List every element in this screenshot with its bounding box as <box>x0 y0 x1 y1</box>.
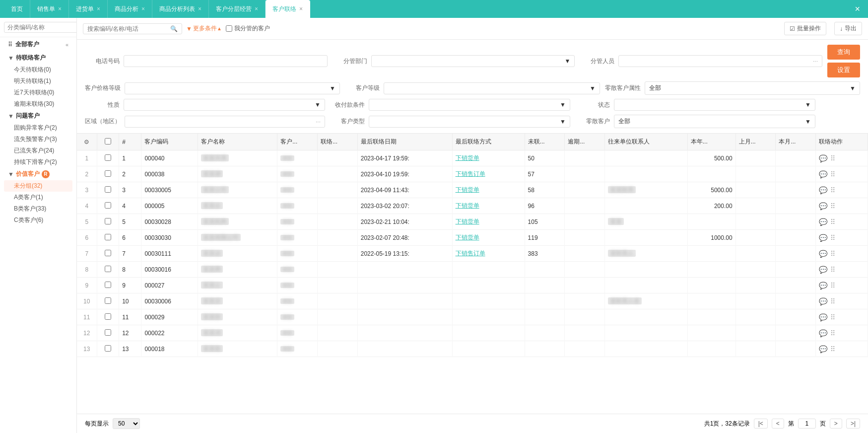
more-icon[interactable]: ⠿ <box>830 234 835 242</box>
tab-customer-contact[interactable]: 客户联络 × <box>266 0 310 18</box>
more-icon[interactable]: ⠿ <box>830 250 835 258</box>
retail-customer-select[interactable]: 全部 ▼ <box>614 115 815 128</box>
more-icon[interactable]: ⠿ <box>830 154 835 162</box>
row-overdue <box>565 293 605 309</box>
tab-purchase[interactable]: 进货单 × <box>69 0 108 18</box>
customer-type-select[interactable]: ▼ <box>369 116 570 128</box>
last-page-button[interactable]: >| <box>846 419 860 429</box>
chat-icon[interactable]: 💬 <box>819 170 827 178</box>
sidebar-all-customers[interactable]: ⠿ 全部客户 « <box>4 37 72 52</box>
retail-attr-select[interactable]: 全部 ▼ <box>645 81 860 95</box>
row-contact <box>318 341 358 357</box>
more-icon[interactable]: ⠿ <box>830 282 835 289</box>
tab-product-analysis[interactable]: 商品分析 × <box>108 0 152 18</box>
customer-level-select[interactable]: ▼ <box>384 82 600 94</box>
dept-select[interactable]: ▼ <box>371 55 575 67</box>
manager-select[interactable]: ··· <box>618 55 822 67</box>
sidebar-collapse-icon[interactable]: « <box>66 42 68 48</box>
payment-select[interactable]: ▼ <box>369 99 570 111</box>
chat-icon[interactable]: 💬 <box>819 282 827 289</box>
more-icon[interactable]: ⠿ <box>830 186 835 194</box>
sidebar-group-value-customer[interactable]: ▼ 价值客户 R <box>4 168 72 180</box>
export-button[interactable]: ↓ 导出 <box>834 22 862 35</box>
tab-home[interactable]: 首页 <box>4 0 30 18</box>
sidebar-item-churn-risk[interactable]: 流失预警客户(3) <box>4 134 72 145</box>
more-icon[interactable]: ⠿ <box>830 329 835 337</box>
row-last-month <box>735 293 776 309</box>
tab-customer-segment[interactable]: 客户分层经营 × <box>209 0 266 18</box>
row-partner <box>605 309 688 325</box>
sidebar-problem-label: 问题客户 <box>16 112 40 120</box>
more-icon[interactable]: ⠿ <box>830 313 835 321</box>
chat-icon[interactable]: 💬 <box>819 329 827 337</box>
page-suffix-label: 页 <box>820 420 826 428</box>
phone-input[interactable] <box>124 55 328 67</box>
prev-page-button[interactable]: < <box>772 419 784 429</box>
query-button[interactable]: 查询 <box>827 45 860 60</box>
price-level-select[interactable]: ▼ <box>125 82 340 94</box>
per-page-select[interactable]: 50 20 100 <box>113 418 140 429</box>
col-last-month: 上月... <box>735 134 776 150</box>
more-icon[interactable]: ⠿ <box>830 170 835 178</box>
chat-icon[interactable]: 💬 <box>819 234 827 242</box>
row-partner <box>605 262 688 278</box>
row-last-date <box>357 293 452 309</box>
chat-icon[interactable]: 💬 <box>819 250 827 258</box>
more-icon[interactable]: ⠿ <box>830 345 835 353</box>
gender-select[interactable]: ▼ <box>124 99 325 111</box>
sidebar-item-overdue[interactable]: 逾期未联络(30) <box>4 98 72 110</box>
sidebar-item-persistent-low[interactable]: 持续下滑客户(2) <box>4 156 72 168</box>
tab-sales-close[interactable]: × <box>58 5 62 12</box>
filter-search-input[interactable] <box>87 25 170 32</box>
select-all-checkbox[interactable] <box>105 138 111 144</box>
sidebar-group-pending-contact[interactable]: ▼ 待联络客户 <box>4 52 72 64</box>
tab-product-analysis-list[interactable]: 商品分析列表 × <box>152 0 209 18</box>
more-icon[interactable]: ⠿ <box>830 202 835 210</box>
my-customers-checkbox[interactable] <box>226 25 232 32</box>
next-page-button[interactable]: > <box>830 419 842 429</box>
sidebar-group-problem-customers[interactable]: ▼ 问题客户 <box>4 110 72 122</box>
sidebar-item-ungrouped[interactable]: 未分组(32) <box>4 180 72 192</box>
sidebar-item-abnormal[interactable]: 固购异常客户(2) <box>4 122 72 134</box>
sidebar-item-a-customers[interactable]: A类客户(1) <box>4 192 72 203</box>
chat-icon[interactable]: 💬 <box>819 186 827 194</box>
status-select[interactable]: ▼ <box>614 99 815 111</box>
chat-icon[interactable]: 💬 <box>819 266 827 274</box>
chat-icon[interactable]: 💬 <box>819 345 827 353</box>
row-last-month <box>735 262 776 278</box>
sidebar-item-today[interactable]: 今天待联络(0) <box>4 64 72 75</box>
tab-customer-segment-close[interactable]: × <box>255 5 258 12</box>
sidebar-search-input[interactable] <box>4 22 77 33</box>
more-icon[interactable]: ⠿ <box>830 266 835 274</box>
tab-sales[interactable]: 销售单 × <box>30 0 69 18</box>
chat-icon[interactable]: 💬 <box>819 313 827 321</box>
chat-icon[interactable]: 💬 <box>819 218 827 226</box>
row-index: 8 <box>119 262 141 278</box>
more-icon[interactable]: ⠿ <box>830 297 835 305</box>
batch-operations-button[interactable]: ☑ 批量操作 <box>784 22 826 35</box>
sidebar-item-week[interactable]: 近7天待联络(0) <box>4 87 72 98</box>
sidebar-item-c-customers[interactable]: C类客户(6) <box>4 215 72 226</box>
chat-icon[interactable]: 💬 <box>819 297 827 305</box>
area-select[interactable]: ··· <box>125 116 325 128</box>
chat-icon[interactable]: 💬 <box>819 154 827 162</box>
tab-close-all-button[interactable]: × <box>851 4 864 14</box>
tab-product-analysis-list-close[interactable]: × <box>198 5 201 12</box>
sidebar-item-lost[interactable]: 已流失客户(24) <box>4 145 72 156</box>
row-partner <box>605 325 688 341</box>
tab-product-analysis-close[interactable]: × <box>141 5 145 12</box>
search-icon[interactable]: 🔍 <box>170 25 178 32</box>
row-actions: 💬 ⠿ <box>816 262 868 278</box>
tab-customer-contact-close[interactable]: × <box>299 5 303 12</box>
filter-more-conditions[interactable]: ▼ 更多条件 ▲ <box>186 24 222 33</box>
filter-my-customers[interactable]: 我分管的客户 <box>226 24 270 33</box>
col-setting[interactable]: ⚙ <box>77 134 97 150</box>
sidebar-item-tomorrow[interactable]: 明天待联络(1) <box>4 75 72 87</box>
sidebar-item-b-customers[interactable]: B类客户(33) <box>4 203 72 215</box>
reset-button[interactable]: 设置 <box>827 63 860 77</box>
chat-icon[interactable]: 💬 <box>819 202 827 210</box>
page-input[interactable] <box>798 419 816 429</box>
tab-purchase-close[interactable]: × <box>97 5 100 12</box>
first-page-button[interactable]: |< <box>754 419 768 429</box>
more-icon[interactable]: ⠿ <box>830 218 835 226</box>
